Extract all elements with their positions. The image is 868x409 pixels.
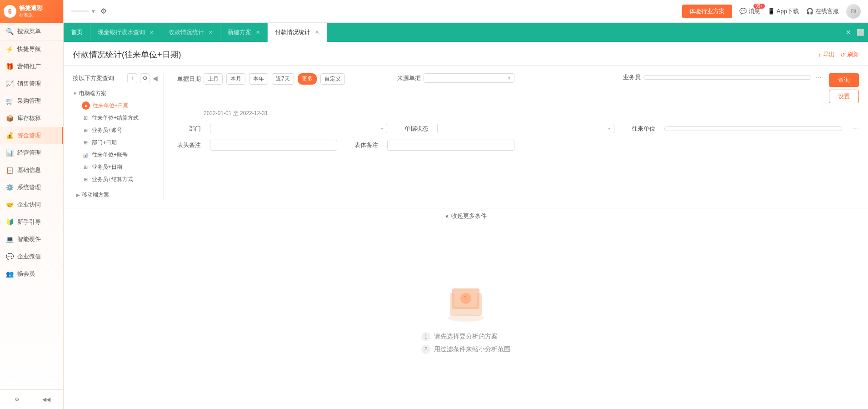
scheme-item-dept-date[interactable]: ⊞ 部门+日期 xyxy=(73,136,158,149)
date-btn-more[interactable]: 更多 xyxy=(298,73,317,85)
scheme-item-staff-date[interactable]: ⊞ 业务员+日期 xyxy=(73,161,158,173)
maximize-window-btn[interactable]: ⬜ xyxy=(856,28,864,36)
scheme-item-unit-date[interactable]: ● 往来单位+日期 xyxy=(73,99,158,112)
topbar-icons: 💬 消息 99+ 📱 App下载 🎧 在线客服 Rit xyxy=(739,4,861,19)
settings-icon-btn[interactable]: ⚙ xyxy=(100,7,107,15)
filter-settings-btn[interactable]: 设置 xyxy=(829,90,859,103)
refresh-button[interactable]: ↺ 刷新 xyxy=(840,50,859,59)
tab-home-label: 首页 xyxy=(71,28,83,36)
counterpart-select[interactable] xyxy=(664,126,842,131)
date-btn-this-year[interactable]: 本年 xyxy=(249,73,268,85)
sidebar-item-guide[interactable]: 🔰 新手引导 xyxy=(0,213,63,231)
company-selector[interactable]: ▾ xyxy=(71,8,95,15)
tip-num-2: 2 xyxy=(421,345,430,354)
collapse-more-button[interactable]: ∧ 收起更多条件 xyxy=(445,212,487,220)
service-icon: 🎧 xyxy=(806,8,813,15)
scheme-item-icon-unit-account: 📊 xyxy=(82,151,89,159)
main-content: ▾ ⚙ 体验行业方案 💬 消息 99+ 📱 App下载 🎧 xyxy=(64,0,868,409)
sidebar-item-management[interactable]: 📊 经营管理 xyxy=(0,144,63,162)
voucher-status-label: 单据状态 xyxy=(396,125,428,133)
scheme-item-icon-dept-date: ⊞ xyxy=(82,139,89,146)
scheme-item-label: 往来单位+结算方式 xyxy=(92,114,139,122)
online-service-btn[interactable]: 🎧 在线客服 xyxy=(806,7,839,15)
collapse-scheme-btn[interactable]: ◀ xyxy=(153,75,158,82)
scheme-item-unit-account[interactable]: 📊 往来单位+账号 xyxy=(73,149,158,161)
voucher-status-select[interactable]: ▾ xyxy=(437,124,614,133)
tab-bank-close[interactable]: ✕ xyxy=(150,30,154,35)
online-service-label: 在线客服 xyxy=(815,7,839,15)
filter-area: 单据日期 上月 本月 本年 近7天 更多 自定义 xyxy=(169,73,859,201)
source-label: 来源单据 xyxy=(389,74,421,82)
empty-state: ? 1 请先选择要分析的方案 2 用过滤条件来缩小分析范围 xyxy=(64,224,868,409)
mobile-scheme-group[interactable]: ▶ 移动端方案 xyxy=(73,189,158,201)
tab-receipts-close[interactable]: ✕ xyxy=(209,30,213,35)
sidebar-item-member[interactable]: 👥 畅会员 xyxy=(0,265,63,283)
purchase-icon: 🛒 xyxy=(5,97,14,105)
tip-text-2: 用过滤条件来缩小分析范围 xyxy=(434,345,510,353)
settings-footer-btn[interactable]: ⚙ xyxy=(4,394,30,405)
sidebar-item-hardware[interactable]: 💻 智能硬件 xyxy=(0,231,63,248)
header-note-input[interactable] xyxy=(210,140,337,151)
scheme-item-label: 往来单位+日期 xyxy=(93,102,129,110)
date-btn-this-month[interactable]: 本月 xyxy=(226,73,245,85)
tab-new-plan[interactable]: 新建方案 ✕ xyxy=(220,23,268,42)
topbar-actions: 体验行业方案 💬 消息 99+ 📱 App下载 🎧 在线客服 xyxy=(682,4,861,19)
staff-more-btn[interactable]: ··· xyxy=(816,73,822,81)
tab-bank[interactable]: 现金银行流水查询 ✕ xyxy=(90,23,161,42)
sidebar-item-label: 快捷导航 xyxy=(17,45,41,53)
source-select[interactable]: ▾ xyxy=(424,73,514,83)
scheme-panel-title: 按以下方案查询 xyxy=(73,74,114,82)
messages-btn[interactable]: 💬 消息 99+ xyxy=(739,7,760,15)
sidebar-item-quick-nav[interactable]: ⚡ 快捷导航 xyxy=(0,40,63,58)
query-button[interactable]: 查询 xyxy=(829,73,859,87)
sidebar-item-corp[interactable]: 🤝 企业协同 xyxy=(0,196,63,213)
collapse-more-label: 收起更多条件 xyxy=(451,212,487,220)
page-header: 付款情况统计(往来单位+日期) ↑ 导出 ↺ 刷新 xyxy=(64,42,868,66)
dept-select[interactable]: ▾ xyxy=(210,124,387,133)
tab-home[interactable]: 首页 xyxy=(64,23,90,42)
body-note-input[interactable] xyxy=(387,140,514,151)
add-scheme-btn[interactable]: + xyxy=(127,73,137,83)
close-window-btn[interactable]: ✕ xyxy=(844,28,853,36)
sidebar-item-inventory[interactable]: 📦 库存核算 xyxy=(0,110,63,127)
sidebar-item-system[interactable]: ⚙️ 系统管理 xyxy=(0,179,63,196)
counterpart-label: 往来单位 xyxy=(624,125,655,133)
dept-select-arrow: ▾ xyxy=(381,126,383,131)
tip-text-1: 请先选择要分析的方案 xyxy=(434,333,498,341)
tip-num-1: 1 xyxy=(421,332,430,341)
settings-scheme-btn[interactable]: ⚙ xyxy=(140,73,150,83)
sidebar-item-label: 资金管理 xyxy=(17,131,41,140)
company-dropdown-icon: ▾ xyxy=(92,8,95,15)
scheme-panel: 按以下方案查询 + ⚙ ◀ ▼ 电脑端方案 ● xyxy=(73,73,164,201)
date-btn-7days[interactable]: 近7天 xyxy=(272,73,294,85)
tabbar-spacer xyxy=(327,23,841,42)
scheme-item-staff-settlement[interactable]: ⊞ 业务员+结算方式 xyxy=(73,173,158,186)
sidebar-item-label: 搜索菜单 xyxy=(17,27,41,35)
sidebar-item-sales[interactable]: 📈 销售管理 xyxy=(0,75,63,92)
trial-button[interactable]: 体验行业方案 xyxy=(682,5,732,18)
sidebar-item-promo[interactable]: 🎁 营销推广 xyxy=(0,58,63,75)
date-btn-last-month[interactable]: 上月 xyxy=(204,73,223,85)
sidebar-item-wechat[interactable]: 💬 企业微信 xyxy=(0,248,63,265)
sidebar-item-purchase[interactable]: 🛒 采购管理 xyxy=(0,92,63,110)
sidebar-item-search[interactable]: 🔍 搜索菜单 xyxy=(0,23,63,40)
date-btn-custom[interactable]: 自定义 xyxy=(320,73,345,85)
tab-payments-close[interactable]: ✕ xyxy=(315,30,319,35)
collapse-sidebar-btn[interactable]: ◀◀ xyxy=(33,394,60,405)
body-note-label: 表体备注 xyxy=(346,141,378,149)
staff-select[interactable] xyxy=(644,75,811,80)
user-avatar[interactable]: Rit xyxy=(846,4,861,19)
desktop-group-label: 电脑端方案 xyxy=(79,90,106,97)
scheme-item-unit-settlement[interactable]: ⊞ 往来单位+结算方式 xyxy=(73,112,158,124)
desktop-group-header[interactable]: ▼ 电脑端方案 xyxy=(73,88,158,99)
scheme-item-staff-account[interactable]: ⊞ 业务员+账号 xyxy=(73,124,158,136)
counterpart-more-btn[interactable]: ··· xyxy=(853,125,859,133)
tab-payments[interactable]: 付款情况统计 ✕ xyxy=(268,23,327,42)
sidebar-item-base-info[interactable]: 📋 基础信息 xyxy=(0,162,63,179)
tab-receipts[interactable]: 收款情况统计 ✕ xyxy=(161,23,220,42)
promo-icon: 🎁 xyxy=(5,62,14,71)
sidebar-item-capital[interactable]: 💰 资金管理 xyxy=(0,127,63,144)
tab-new-plan-close[interactable]: ✕ xyxy=(256,30,260,35)
app-download-btn[interactable]: 📱 App下载 xyxy=(768,7,799,15)
export-button[interactable]: ↑ 导出 xyxy=(818,50,835,59)
